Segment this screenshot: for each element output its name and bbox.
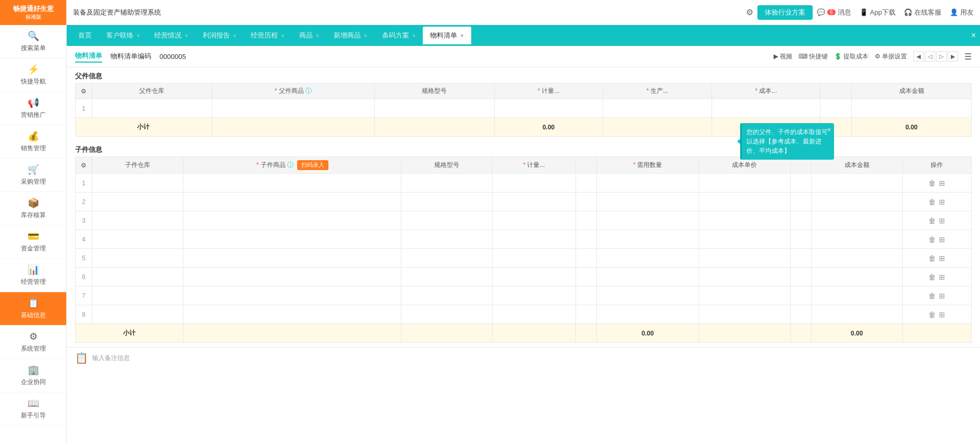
child-row-5-copy-icon[interactable]: ⊞: [939, 254, 945, 262]
close-all-tabs[interactable]: ×: [971, 31, 976, 40]
sidebar-item-quick-nav[interactable]: ⚡快捷导航: [0, 58, 66, 92]
sidebar-item-purchase[interactable]: 🛒采购管理: [0, 159, 66, 192]
parent-row-1-cost[interactable]: [712, 99, 820, 118]
child-row-2-warehouse[interactable]: [92, 193, 183, 211]
parent-row-1-unit[interactable]: [494, 99, 603, 118]
tab-home[interactable]: 首页: [71, 27, 99, 44]
child-row-5-qty[interactable]: [596, 249, 699, 268]
message-action[interactable]: 💬 6 消息: [817, 8, 851, 17]
view-mode-icon[interactable]: ☰: [964, 52, 972, 62]
child-row-6-copy-icon[interactable]: ⊞: [939, 273, 945, 281]
sub-tab-bom-list[interactable]: 物料清单: [75, 50, 102, 63]
child-row-6-cost-amount[interactable]: [811, 268, 902, 286]
child-row-7-delete-icon[interactable]: 🗑: [928, 292, 936, 300]
child-row-5-unit[interactable]: [493, 249, 575, 268]
tab-new-goods[interactable]: 新增商品×: [326, 27, 374, 44]
child-row-7-unit[interactable]: [493, 286, 575, 305]
sidebar-item-guide[interactable]: 📖新手引导: [0, 392, 66, 426]
tab-customer-close[interactable]: ×: [137, 32, 140, 39]
child-row-8-qty[interactable]: [596, 305, 699, 324]
sidebar-item-search[interactable]: 🔍搜索菜单: [0, 25, 66, 58]
child-row-5-unit-cost[interactable]: [699, 249, 790, 268]
child-row-3-qty[interactable]: [596, 211, 699, 230]
pag-prev[interactable]: ◁: [925, 51, 935, 62]
child-row-8-warehouse[interactable]: [92, 305, 183, 324]
child-row-6-warehouse[interactable]: [92, 268, 183, 286]
tab-profit-close[interactable]: ×: [233, 32, 236, 39]
child-row-4-goods[interactable]: [183, 230, 401, 249]
child-row-4-cost-amount[interactable]: [811, 230, 902, 249]
child-row-6-unit-cost[interactable]: [699, 268, 790, 286]
child-row-6-delete-icon[interactable]: 🗑: [928, 273, 936, 281]
child-row-4-copy-icon[interactable]: ⊞: [939, 235, 945, 244]
pag-first[interactable]: ◀: [913, 51, 924, 62]
child-row-3-unit[interactable]: [493, 211, 575, 230]
child-row-4-warehouse[interactable]: [92, 230, 183, 249]
tab-goods-close[interactable]: ×: [316, 32, 319, 39]
topbar-gear-icon[interactable]: ⚙: [746, 7, 753, 17]
child-row-3-copy-icon[interactable]: ⊞: [939, 217, 945, 225]
child-row-3-unit-cost[interactable]: [699, 211, 790, 230]
child-row-3-cost-amount[interactable]: [811, 211, 902, 230]
parent-row-1-warehouse[interactable]: [92, 99, 212, 118]
child-row-7-unit-cost[interactable]: [699, 286, 790, 305]
child-row-7-cost-amount[interactable]: [811, 286, 902, 305]
pag-next[interactable]: ▷: [936, 51, 947, 62]
trial-button[interactable]: 体验行业方案: [757, 5, 813, 20]
child-row-4-spec[interactable]: [401, 230, 493, 249]
child-row-2-copy-icon[interactable]: ⊞: [939, 198, 945, 206]
sidebar-item-enterprise[interactable]: 🏢企业协同: [0, 359, 66, 392]
child-row-7-warehouse[interactable]: [92, 286, 183, 305]
tab-operation-history[interactable]: 经营历程×: [243, 27, 291, 44]
child-row-6-spec[interactable]: [401, 268, 493, 286]
tab-operation-status-close[interactable]: ×: [185, 32, 188, 39]
cost-action[interactable]: 💲 提取成本: [834, 52, 868, 61]
child-row-3-delete-icon[interactable]: 🗑: [928, 217, 936, 225]
pag-last[interactable]: ▶: [948, 51, 958, 62]
child-row-2-unit-cost[interactable]: [699, 193, 790, 211]
child-row-6-goods[interactable]: [183, 268, 401, 286]
child-row-4-unit[interactable]: [493, 230, 575, 249]
child-row-4-delete-icon[interactable]: 🗑: [928, 235, 936, 244]
tab-new-goods-close[interactable]: ×: [364, 32, 367, 39]
tab-operation-status[interactable]: 经营情况×: [147, 27, 195, 44]
parent-col-settings[interactable]: ⚙: [76, 83, 92, 99]
single-settings-action[interactable]: ⚙ 单据设置: [875, 52, 907, 61]
tab-bom[interactable]: 物料清单×: [423, 27, 471, 44]
sidebar-item-base-info[interactable]: 📋基础信息: [0, 292, 66, 326]
child-row-1-spec[interactable]: [401, 174, 493, 193]
child-row-8-unit[interactable]: [493, 305, 575, 324]
sidebar-item-finance[interactable]: 💳资金管理: [0, 225, 66, 259]
video-action[interactable]: ▶ 视频: [774, 52, 792, 61]
child-row-6-qty[interactable]: [596, 268, 699, 286]
child-row-2-goods[interactable]: [183, 193, 401, 211]
tab-barcode[interactable]: 条码方案×: [375, 27, 423, 44]
tab-profit[interactable]: 利润报告×: [195, 27, 243, 44]
child-row-1-delete-icon[interactable]: 🗑: [928, 179, 936, 187]
parent-row-1-goods[interactable]: [212, 99, 374, 118]
child-row-8-goods[interactable]: [183, 305, 401, 324]
sidebar-item-system[interactable]: ⚙系统管理: [0, 326, 66, 359]
parent-row-1-spec[interactable]: [374, 99, 494, 118]
child-row-2-unit[interactable]: [493, 193, 575, 211]
tab-operation-history-close[interactable]: ×: [281, 32, 284, 39]
child-row-3-spec[interactable]: [401, 211, 493, 230]
child-row-5-warehouse[interactable]: [92, 249, 183, 268]
sidebar-item-marketing[interactable]: 📢营销推广: [0, 92, 66, 125]
child-row-1-unit-cost[interactable]: [699, 174, 790, 193]
app-download-action[interactable]: 📱 App下载: [860, 8, 896, 17]
sidebar-item-operation[interactable]: 📊经营管理: [0, 259, 66, 292]
child-row-8-delete-icon[interactable]: 🗑: [928, 310, 936, 319]
child-row-4-qty[interactable]: [596, 230, 699, 249]
child-row-7-copy-icon[interactable]: ⊞: [939, 292, 945, 300]
child-row-8-cost-amount[interactable]: [811, 305, 902, 324]
scan-input-btn[interactable]: 扫码录入: [297, 160, 328, 170]
child-row-1-qty[interactable]: [596, 174, 699, 193]
child-row-6-unit[interactable]: [493, 268, 575, 286]
parent-row-1-produce[interactable]: [603, 99, 712, 118]
tab-barcode-close[interactable]: ×: [412, 32, 415, 39]
child-row-5-spec[interactable]: [401, 249, 493, 268]
child-row-1-cost-amount[interactable]: [811, 174, 902, 193]
sidebar-item-inventory[interactable]: 📦库存核算: [0, 192, 66, 225]
child-row-1-warehouse[interactable]: [92, 174, 183, 193]
